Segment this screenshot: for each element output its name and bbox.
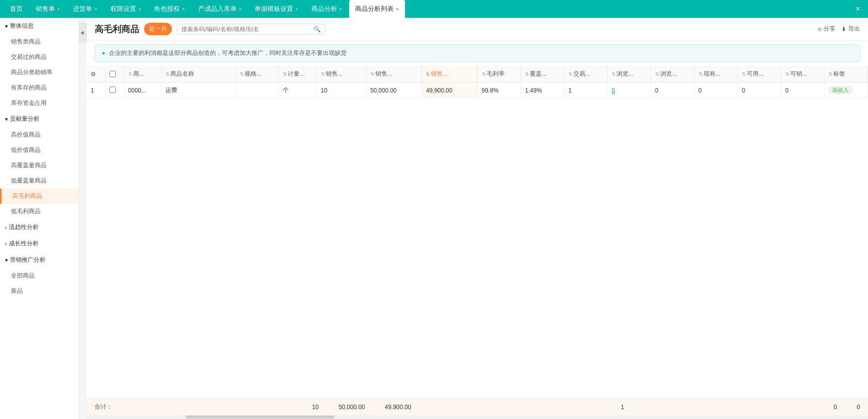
footer-total-label: 合计：	[95, 403, 112, 411]
cell-browse-pv[interactable]: 0	[608, 83, 651, 98]
sort-icon: ⇅	[128, 71, 132, 77]
nav-sales-order-close[interactable]: ×	[57, 6, 60, 12]
footer-transactions: 1	[621, 404, 624, 411]
export-button[interactable]: ⬇ 导出	[841, 25, 860, 33]
top-navigation: 首页 销售单 × 进货单 × 权限设置 × 角色授权 × 产成品入库单 × 单据…	[0, 0, 868, 18]
info-icon: ✦	[101, 50, 106, 57]
nav-role-auth-close[interactable]: ×	[182, 6, 185, 12]
col-code[interactable]: ⇅商...	[124, 66, 161, 83]
sidebar-item-low-coverage[interactable]: 低覆盖量商品	[0, 173, 79, 188]
sidebar-item-traded-goods[interactable]: 交易过的商品	[0, 49, 79, 65]
sort-icon-13: ⇅	[699, 71, 703, 77]
window-close-button[interactable]: ×	[852, 4, 864, 13]
nav-purchase-order[interactable]: 进货单 ×	[67, 0, 103, 18]
col-browse-uv[interactable]: ⇅浏览...	[651, 66, 695, 83]
nav-permissions-close[interactable]: ×	[138, 6, 141, 12]
nav-permissions[interactable]: 权限设置 ×	[104, 0, 147, 18]
col-sales-amt2[interactable]: ⇅销售...	[422, 66, 478, 83]
cell-saleable-stock: 0	[781, 83, 824, 98]
sidebar-item-high-margin[interactable]: 高毛利商品	[0, 188, 79, 204]
settings-icon[interactable]: ⚙	[91, 71, 96, 78]
nav-product-analysis-list-close[interactable]: ×	[396, 6, 399, 12]
search-input[interactable]	[181, 26, 311, 33]
cell-spec	[235, 83, 279, 98]
sidebar-item-stock-capital[interactable]: 库存资金占用	[0, 95, 79, 111]
nav-product-analysis[interactable]: 商品分析 ×	[306, 0, 348, 18]
select-all-checkbox[interactable]	[109, 71, 116, 77]
cell-unit: 个	[279, 83, 316, 98]
sidebar-collapse-button[interactable]: «	[79, 23, 87, 43]
filter-recent-month-button[interactable]: 近一月	[144, 23, 172, 35]
col-unit[interactable]: ⇅计量...	[279, 66, 316, 83]
sidebar-item-sales-goods[interactable]: 销售类商品	[0, 34, 79, 49]
sort-icon-12: ⇅	[655, 71, 659, 77]
sidebar-section-marketing[interactable]: ▾ 营销推广分析	[0, 252, 79, 268]
search-icon[interactable]: 🔍	[313, 26, 321, 33]
cell-browse-uv: 0	[651, 83, 695, 98]
sidebar-section-trend[interactable]: › 流趋性分析	[0, 219, 79, 235]
col-transactions[interactable]: ⇅交易...	[564, 66, 608, 83]
cell-transactions: 1	[564, 83, 608, 98]
table-wrapper: ⚙ ⇅商... ⇅商品名称 ⇅规格...	[87, 66, 868, 398]
sidebar-item-high-value[interactable]: 高价值商品	[0, 127, 79, 142]
data-table: ⚙ ⇅商... ⇅商品名称 ⇅规格...	[87, 66, 868, 98]
table-row: 1 0000... 运费 个 10 50,000.00 49,900.00 99…	[87, 83, 868, 98]
nav-role-auth[interactable]: 角色授权 ×	[148, 0, 191, 18]
col-spec[interactable]: ⇅规格...	[235, 66, 279, 83]
col-settings[interactable]: ⚙	[87, 66, 105, 83]
horizontal-scrollbar[interactable]	[87, 415, 868, 419]
sidebar-item-category-sales-rate[interactable]: 商品分类助销率	[0, 65, 79, 80]
col-browse-pv[interactable]: ⇅浏览...	[608, 66, 651, 83]
nav-product-inbound[interactable]: 产成品入库单 ×	[192, 0, 248, 18]
cell-gross-rate: 99.8%	[477, 83, 521, 98]
col-coverage[interactable]: ⇅覆盖...	[521, 66, 564, 83]
share-button[interactable]: ⎋ 分享	[818, 25, 835, 33]
sidebar-section-growth[interactable]: › 成长性分析	[0, 235, 79, 252]
col-name[interactable]: ⇅商品名称	[161, 66, 235, 83]
sidebar-item-new-goods[interactable]: 新品	[0, 283, 79, 299]
nav-template-settings-close[interactable]: ×	[295, 6, 298, 12]
sort-icon-7: ⇅	[426, 71, 430, 77]
sort-icon-6: ⇅	[370, 71, 374, 77]
page-title: 高毛利商品	[95, 23, 139, 35]
footer-sales-amt: 50,000.00	[339, 404, 365, 411]
nav-home[interactable]: 首页	[4, 0, 29, 18]
sidebar-item-all-goods[interactable]: 全部商品	[0, 268, 79, 283]
nav-purchase-order-close[interactable]: ×	[94, 6, 97, 12]
sidebar-section-contribution[interactable]: ▾ 贡献量分析	[0, 111, 79, 127]
cell-code: 0000...	[124, 83, 161, 98]
col-tag[interactable]: ⇅标签	[824, 66, 868, 83]
nav-product-analysis-close[interactable]: ×	[339, 6, 342, 12]
footer-available-stock: 0	[857, 404, 860, 411]
chevron-down-icon: ▾	[5, 23, 8, 30]
col-gross-rate[interactable]: ⇅毛利率	[477, 66, 521, 83]
sort-icon-3: ⇅	[240, 71, 244, 77]
nav-template-settings[interactable]: 单据模板设置 ×	[249, 0, 304, 18]
col-sales-amt[interactable]: ⇅销售...	[366, 66, 422, 83]
chevron-right-icon-2: ›	[5, 240, 7, 247]
nav-sales-order[interactable]: 销售单 ×	[30, 0, 66, 18]
col-available-stock[interactable]: ⇅可用...	[738, 66, 781, 83]
row-checkbox[interactable]	[109, 87, 116, 93]
sort-icon-8: ⇅	[482, 71, 486, 77]
sort-icon-16: ⇅	[828, 71, 832, 77]
sidebar-section-overall[interactable]: ▾ 整体信息	[0, 18, 79, 34]
nav-product-inbound-close[interactable]: ×	[239, 6, 242, 12]
sidebar-item-high-coverage[interactable]: 高覆盖量商品	[0, 158, 79, 173]
table-footer: 合计： 10 50,000.00 49,900.00 1 0 0	[87, 398, 868, 415]
col-current-stock[interactable]: ⇅现有...	[694, 66, 738, 83]
sidebar-item-low-value[interactable]: 低价值商品	[0, 142, 79, 158]
sidebar-item-in-stock-goods[interactable]: 有库存的商品	[0, 80, 79, 95]
scroll-thumb[interactable]	[186, 416, 334, 419]
col-sales-qty[interactable]: ⇅销售...	[316, 66, 366, 83]
info-banner: ✦ 企业的主要的利润都是这部分商品创造的，可考虑加大推广，同时关注库存是不要出现…	[95, 45, 860, 62]
search-box: 🔍	[177, 24, 325, 35]
sidebar-item-low-margin[interactable]: 低毛利商品	[0, 204, 79, 219]
chevron-down-icon-2: ▾	[5, 116, 8, 123]
sort-icon-14: ⇅	[742, 71, 746, 77]
col-saleable-stock[interactable]: ⇅可销...	[781, 66, 824, 83]
nav-product-analysis-list[interactable]: 商品分析列表 ×	[349, 0, 405, 18]
header-actions: ⎋ 分享 ⬇ 导出	[818, 25, 860, 33]
cell-name: 运费	[161, 83, 235, 98]
tag-badge: 高收入	[828, 86, 853, 94]
